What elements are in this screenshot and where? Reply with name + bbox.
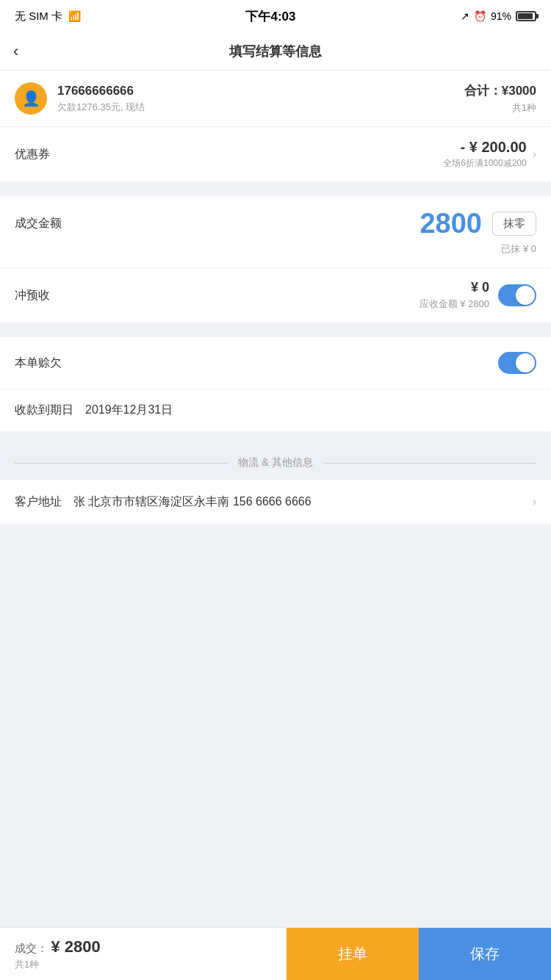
total-label: 合计： — [464, 84, 502, 98]
debt-section: 本单赊欠 — [0, 337, 551, 389]
due-date-label: 收款到期日 — [15, 403, 73, 418]
bottom-deal-row: 成交： ¥ 2800 — [15, 937, 272, 956]
status-bar: 无 SIM 卡 📶 下午4:03 ↗ ⏰ 91% — [0, 0, 551, 32]
user-debt: 欠款1276.35元, 现结 — [57, 101, 464, 114]
amount-row: 成交金额 2800 抹零 — [15, 208, 536, 239]
coupon-discount: - ¥ 200.00 — [443, 139, 526, 156]
logistics-divider: 物流 & 其他信息 — [0, 446, 551, 480]
avatar: 👤 — [15, 82, 47, 115]
status-time: 下午4:03 — [245, 8, 295, 25]
section-gap-1 — [0, 189, 551, 196]
bottom-summary: 成交： ¥ 2800 共1种 — [0, 937, 287, 971]
coupon-desc: 全场6折满1000减200 — [443, 157, 526, 170]
wifi-icon: 📶 — [68, 10, 81, 22]
address-chevron-icon: › — [533, 495, 536, 508]
empty-area — [0, 531, 551, 619]
coupon-info: - ¥ 200.00 全场6折满1000减200 — [443, 139, 526, 170]
battery-percent: 91% — [491, 10, 511, 22]
page-title: 填写结算等信息 — [229, 43, 322, 60]
prepay-row: 冲预收 ¥ 0 应收金额 ¥ 2800 — [15, 280, 536, 311]
due-date-value: 2019年12月31日 — [85, 403, 173, 418]
user-info: 17666666666 欠款1276.35元, 现结 — [57, 84, 464, 114]
bottom-bar: 成交： ¥ 2800 共1种 挂单 保存 — [0, 927, 551, 980]
user-row: 👤 17666666666 欠款1276.35元, 现结 合计：¥3000 共1… — [0, 71, 551, 127]
prepay-label: 冲预收 — [15, 288, 50, 303]
status-right: ↗ ⏰ 91% — [461, 10, 536, 22]
sim-label: 无 SIM 卡 — [15, 10, 62, 24]
logistics-label: 物流 & 其他信息 — [238, 456, 312, 469]
debt-toggle[interactable] — [498, 352, 536, 374]
prepay-amount: ¥ 0 — [419, 280, 489, 295]
due-date-section: 收款到期日 2019年12月31日 — [0, 389, 551, 431]
prepay-sub: 应收金额 ¥ 2800 — [419, 298, 489, 311]
prepay-toggle-knob — [516, 286, 535, 305]
debt-card: 本单赊欠 收款到期日 2019年12月31日 — [0, 337, 551, 431]
debt-toggle-knob — [516, 353, 535, 372]
amount-sub: 已抹 ¥ 0 — [15, 242, 536, 256]
bottom-count: 共1种 — [15, 958, 272, 971]
amount-value: 2800 — [419, 208, 482, 239]
user-phone: 17666666666 — [57, 84, 464, 98]
total-amount: 合计：¥3000 — [464, 82, 536, 99]
prepay-right: ¥ 0 应收金额 ¥ 2800 — [419, 280, 536, 311]
amount-right: 2800 抹零 — [419, 208, 536, 239]
total-amount-value: ¥3000 — [502, 84, 536, 98]
battery-bar — [516, 11, 536, 21]
user-info-card: 👤 17666666666 欠款1276.35元, 现结 合计：¥3000 共1… — [0, 71, 551, 181]
clock-icon: ⏰ — [474, 10, 486, 22]
section-gap-2 — [0, 330, 551, 337]
nav-bar: ‹ 填写结算等信息 — [0, 32, 551, 71]
amount-label: 成交金额 — [15, 216, 62, 231]
back-button[interactable]: ‹ — [13, 42, 18, 61]
coupon-right: - ¥ 200.00 全场6折满1000减200 › — [443, 139, 536, 170]
coupon-chevron-icon: › — [533, 148, 536, 161]
avatar-icon: 👤 — [22, 90, 40, 107]
content: 👤 17666666666 欠款1276.35元, 现结 合计：¥3000 共1… — [0, 71, 551, 619]
user-total: 合计：¥3000 共1种 — [464, 82, 536, 115]
hang-button[interactable]: 挂单 — [287, 928, 419, 981]
coupon-row[interactable]: 优惠券 - ¥ 200.00 全场6折满1000减200 › — [0, 127, 551, 181]
divider-line-right — [323, 463, 536, 464]
address-section[interactable]: 客户地址 张 北京市市辖区海淀区永丰南 156 6666 6666 › — [0, 480, 551, 524]
battery-fill — [518, 13, 533, 19]
amount-card: 成交金额 2800 抹零 已抹 ¥ 0 冲预收 ¥ 0 应收金额 ¥ 2800 — [0, 196, 551, 323]
prepay-amount-block: ¥ 0 应收金额 ¥ 2800 — [419, 280, 489, 311]
status-left: 无 SIM 卡 📶 — [15, 10, 81, 24]
bottom-price: ¥ 2800 — [51, 937, 100, 956]
prepay-section: 冲预收 ¥ 0 应收金额 ¥ 2800 — [0, 267, 551, 323]
coupon-label: 优惠券 — [15, 147, 50, 162]
address-value: 张 北京市市辖区海淀区永丰南 156 6666 6666 — [73, 493, 533, 511]
address-label: 客户地址 — [15, 494, 62, 510]
prepay-toggle[interactable] — [498, 284, 536, 306]
section-gap-3 — [0, 439, 551, 446]
debt-label: 本单赊欠 — [15, 356, 62, 371]
save-button[interactable]: 保存 — [419, 928, 551, 981]
total-count: 共1种 — [464, 101, 536, 115]
amount-section: 成交金额 2800 抹零 已抹 ¥ 0 — [0, 196, 551, 267]
bottom-deal-label: 成交： — [15, 942, 48, 954]
location-icon: ↗ — [461, 10, 469, 22]
round-button[interactable]: 抹零 — [492, 212, 536, 236]
divider-line-left — [15, 463, 228, 464]
